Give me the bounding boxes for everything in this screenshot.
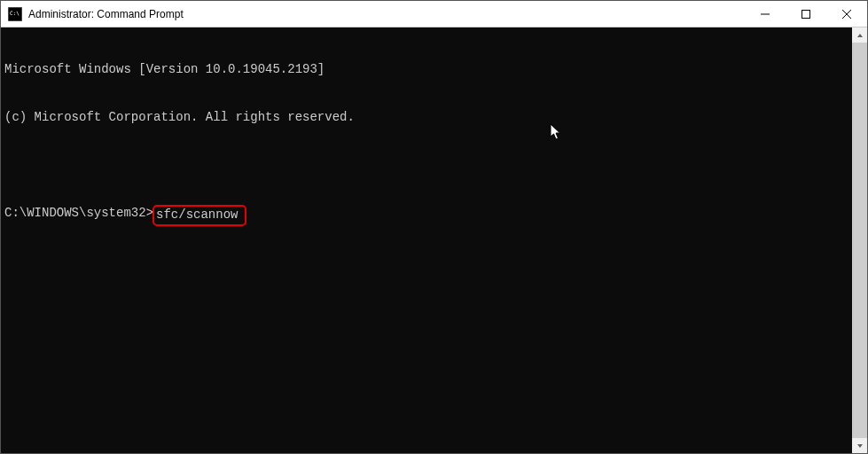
scrollbar-up-arrow[interactable] [852,27,867,43]
command-text: sfc/scannow [156,207,238,222]
window-controls [745,1,867,27]
scrollbar-down-arrow[interactable] [852,438,867,453]
scrollbar-thumb[interactable] [852,43,867,438]
command-prompt-window: C:\ Administrator: Command Prompt Micros… [0,0,868,454]
terminal-line: (c) Microsoft Corporation. All rights re… [4,109,848,125]
close-button[interactable] [826,1,867,27]
cmd-icon: C:\ [8,7,22,21]
window-title: Administrator: Command Prompt [28,8,745,20]
content-area: Microsoft Windows [Version 10.0.19045.21… [1,27,867,453]
terminal[interactable]: Microsoft Windows [Version 10.0.19045.21… [1,27,852,453]
prompt-line: C:\WINDOWS\system32>sfc/scannow [4,205,848,226]
prompt-text: C:\WINDOWS\system32> [4,205,153,221]
terminal-blank-line [4,157,848,173]
titlebar[interactable]: C:\ Administrator: Command Prompt [1,1,867,27]
svg-rect-3 [802,10,810,18]
scrollbar-track[interactable] [852,43,867,438]
minimize-button[interactable] [745,1,786,27]
svg-text:C:\: C:\ [10,10,20,16]
maximize-button[interactable] [786,1,826,27]
vertical-scrollbar[interactable] [852,27,867,453]
terminal-line: Microsoft Windows [Version 10.0.19045.21… [4,61,848,77]
command-highlight: sfc/scannow [152,205,246,226]
